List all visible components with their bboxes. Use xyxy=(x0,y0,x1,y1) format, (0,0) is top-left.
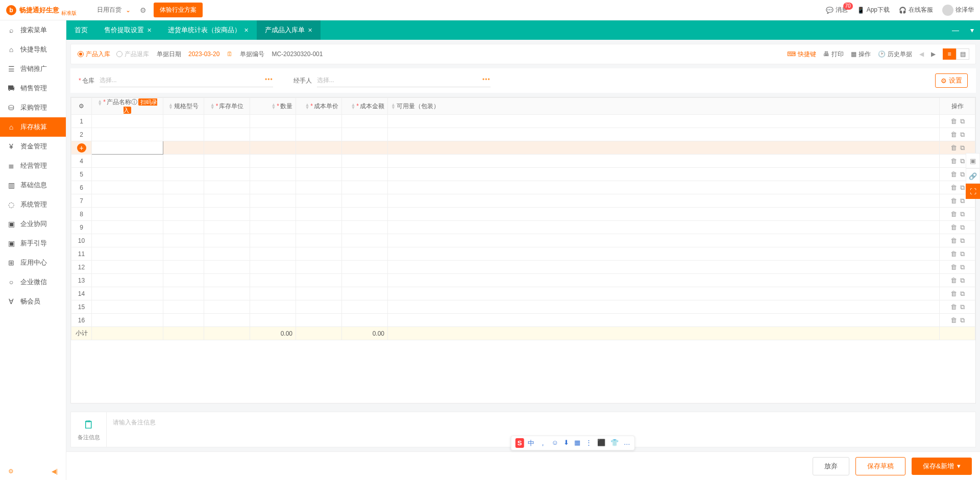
sidebar-item[interactable]: ⌂库存核算 xyxy=(0,117,66,137)
collapse-icon[interactable]: ◀︎| xyxy=(52,468,58,475)
table-row[interactable]: 1🗑⧉ xyxy=(71,115,975,128)
col-qty[interactable]: ▲▼*数量 xyxy=(250,98,296,115)
close-icon[interactable]: ✕ xyxy=(244,27,249,34)
copy-icon[interactable]: ⧉ xyxy=(960,197,965,205)
category-select[interactable]: 日用百货 ⌄ xyxy=(97,6,131,14)
radio-return[interactable]: 产品退库 xyxy=(116,50,149,59)
dock-button-2[interactable]: 🔗 xyxy=(966,168,980,184)
view-card-button[interactable]: ▤ xyxy=(956,48,969,60)
date-value[interactable]: 2023-03-20 xyxy=(188,50,219,58)
sidebar-item[interactable]: ⊞应用中心 xyxy=(0,253,66,272)
col-amount[interactable]: ▲▼*成本金额 xyxy=(342,98,388,115)
tab[interactable]: 进货单统计表（按商品）✕ xyxy=(160,20,257,40)
delete-icon[interactable]: 🗑 xyxy=(950,250,957,258)
table-row[interactable]: 5🗑⧉ xyxy=(71,168,975,181)
add-row-icon[interactable]: + xyxy=(77,143,86,153)
sidebar-item[interactable]: ◌系统管理 xyxy=(0,195,66,214)
sidebar-item[interactable]: ¥资金管理 xyxy=(0,137,66,156)
dock-button-1[interactable]: ▣ xyxy=(966,153,980,168)
ime-item[interactable]: ⬇ xyxy=(564,439,569,448)
copy-icon[interactable]: ⧉ xyxy=(960,170,965,178)
col-spec[interactable]: ▲▼规格型号 xyxy=(163,98,204,115)
calendar-icon[interactable]: 🗓 xyxy=(227,50,233,58)
delete-icon[interactable]: 🗑 xyxy=(950,184,957,191)
copy-icon[interactable]: ⧉ xyxy=(960,157,965,165)
sidebar-item[interactable]: ▣新手引导 xyxy=(0,234,66,253)
ime-item[interactable]: … xyxy=(624,439,630,448)
table-row[interactable]: 2🗑⧉ xyxy=(71,128,975,141)
delete-icon[interactable]: 🗑 xyxy=(950,316,957,324)
table-row[interactable]: 11🗑⧉ xyxy=(71,247,975,261)
delete-icon[interactable]: 🗑 xyxy=(950,144,957,151)
sidebar-item[interactable]: ∀畅会员 xyxy=(0,292,66,311)
delete-icon[interactable]: 🗑 xyxy=(950,117,957,125)
ime-item[interactable]: ☺ xyxy=(551,439,558,448)
sidebar-item[interactable]: ⛟销售管理 xyxy=(0,79,66,98)
save-new-button[interactable]: 保存&新增▾ xyxy=(912,458,972,475)
col-product-name[interactable]: ▲▼*产品名称ⓘ扫码录入 xyxy=(92,98,163,115)
tab[interactable]: 售价提取设置✕ xyxy=(96,20,160,40)
sidebar-item[interactable]: ○企业微信 xyxy=(0,272,66,292)
copy-icon[interactable]: ⧉ xyxy=(960,223,965,231)
shortcut-link[interactable]: ⌨快捷键 xyxy=(787,50,816,59)
messages-button[interactable]: 💬 消息 70 xyxy=(826,6,848,14)
delete-icon[interactable]: 🗑 xyxy=(950,237,957,244)
tab[interactable]: 首页 xyxy=(66,20,96,40)
dock-button-3[interactable]: ⛶ xyxy=(966,184,980,199)
radio-inbound[interactable]: 产品入库 xyxy=(78,50,110,59)
ime-toolbar[interactable]: S 中，☺⬇▦⋮⬛👕… xyxy=(511,436,635,450)
print-link[interactable]: 🖶打印 xyxy=(823,50,844,59)
sidebar-item[interactable]: ⌂快捷导航 xyxy=(0,40,66,59)
user-menu[interactable]: 徐泽华 xyxy=(942,5,974,16)
close-icon[interactable]: ✕ xyxy=(147,27,152,34)
try-solution-button[interactable]: 体验行业方案 xyxy=(154,3,203,17)
table-row[interactable]: 7🗑⧉ xyxy=(71,194,975,208)
table-row[interactable]: 8🗑⧉ xyxy=(71,208,975,221)
table-row[interactable]: 16🗑⧉ xyxy=(71,314,975,327)
tab-minimize-button[interactable]: — xyxy=(947,20,964,40)
delete-icon[interactable]: 🗑 xyxy=(950,197,957,205)
delete-icon[interactable]: 🗑 xyxy=(950,223,957,231)
handler-select[interactable]: 选择...••• xyxy=(317,74,491,87)
table-row[interactable]: 9🗑⧉ xyxy=(71,221,975,234)
delete-icon[interactable]: 🗑 xyxy=(950,276,957,284)
table-row[interactable]: 14🗑⧉ xyxy=(71,287,975,300)
copy-icon[interactable]: ⧉ xyxy=(960,144,965,151)
ime-item[interactable]: ， xyxy=(540,439,546,448)
close-icon[interactable]: ✕ xyxy=(308,27,312,34)
history-link[interactable]: 🕑历史单据 xyxy=(878,50,912,59)
warehouse-select[interactable]: 选择...••• xyxy=(100,74,273,87)
delete-icon[interactable]: 🗑 xyxy=(950,131,957,138)
table-row[interactable]: 15🗑⧉ xyxy=(71,300,975,314)
table-row[interactable]: 12🗑⧉ xyxy=(71,261,975,274)
col-available[interactable]: ▲▼可用量（包装） xyxy=(388,98,940,115)
delete-icon[interactable]: 🗑 xyxy=(950,157,957,165)
copy-icon[interactable]: ⧉ xyxy=(960,237,965,244)
online-service-button[interactable]: 🎧 在线客服 xyxy=(899,6,933,14)
prev-doc-icon[interactable]: ◀ xyxy=(919,50,924,58)
ime-item[interactable]: 👕 xyxy=(610,439,619,448)
col-unit[interactable]: ▲▼*库存单位 xyxy=(204,98,250,115)
ime-item[interactable]: ▦ xyxy=(574,439,580,448)
operation-link[interactable]: ▦操作 xyxy=(851,50,871,59)
sidebar-item[interactable]: ▥基础信息 xyxy=(0,175,66,195)
copy-icon[interactable]: ⧉ xyxy=(960,250,965,258)
app-download-button[interactable]: 📱 App下载 xyxy=(857,6,890,14)
ime-item[interactable]: 中 xyxy=(528,439,534,448)
tab-menu-button[interactable]: ▾ xyxy=(964,20,980,40)
sidebar-item[interactable]: ⌕搜索菜单 xyxy=(0,20,66,40)
copy-icon[interactable]: ⧉ xyxy=(960,276,965,284)
table-row[interactable]: +🗑⧉ xyxy=(71,141,975,155)
view-list-button[interactable]: ≡ xyxy=(943,48,956,60)
settings-button[interactable]: ⚙设置 xyxy=(935,73,968,88)
delete-icon[interactable]: 🗑 xyxy=(950,303,957,311)
copy-icon[interactable]: ⧉ xyxy=(960,316,965,324)
table-row[interactable]: 6🗑⧉ xyxy=(71,181,975,194)
sidebar-item[interactable]: ≣经营管理 xyxy=(0,156,66,175)
delete-icon[interactable]: 🗑 xyxy=(950,290,957,297)
copy-icon[interactable]: ⧉ xyxy=(960,290,965,297)
table-row[interactable]: 10🗑⧉ xyxy=(71,234,975,247)
ime-item[interactable]: ⋮ xyxy=(585,439,592,448)
copy-icon[interactable]: ⧉ xyxy=(960,117,965,125)
sidebar-item[interactable]: ⛁采购管理 xyxy=(0,98,66,117)
